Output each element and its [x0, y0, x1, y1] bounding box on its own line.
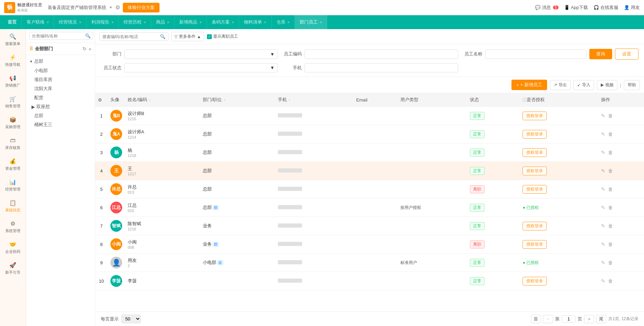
search-button[interactable]: 查询: [589, 49, 612, 59]
tab-home[interactable]: 首页: [3, 15, 22, 29]
dept-sub-header-shuangzuo[interactable]: ▶ 双座想: [26, 102, 95, 111]
sidebar-item-collab[interactable]: 🤝 企业协同: [0, 237, 26, 258]
tab-journey[interactable]: 经营历程 ×: [119, 15, 151, 29]
first-page-btn[interactable]: 首: [531, 315, 541, 323]
sidebar-item-base[interactable]: 📋 基础信息: [0, 195, 26, 216]
edit-icon[interactable]: ✎: [601, 113, 605, 118]
dept-select[interactable]: ▼: [124, 50, 278, 59]
edit-icon[interactable]: ✎: [601, 168, 605, 174]
import-button[interactable]: ↙ 导入: [573, 80, 594, 90]
emp-code-input[interactable]: [305, 50, 458, 59]
tab-employees[interactable]: 部门员工 ×: [295, 15, 327, 29]
dept-sub-header-zongbu2[interactable]: 总部: [26, 111, 95, 120]
tab-close-customer[interactable]: ×: [47, 20, 49, 24]
status-select[interactable]: ▼: [124, 63, 278, 72]
view-button[interactable]: ▶ 视频: [597, 80, 617, 90]
dept-sub-header-tongshu[interactable]: 桶树王三: [26, 120, 95, 129]
add-employee-button[interactable]: + + 新增员工: [511, 80, 547, 90]
sidebar-item-sales[interactable]: 🛒 销售管理: [0, 91, 26, 112]
system-dropdown-arrow[interactable]: ▼: [109, 6, 112, 9]
dept-search-icon[interactable]: 🔍: [85, 33, 91, 38]
auth-login-button[interactable]: 授权登录: [523, 112, 547, 120]
set-button[interactable]: 设置: [615, 49, 638, 60]
edit-icon[interactable]: ✎: [601, 150, 605, 155]
auth-question-icon[interactable]: ⓘ: [523, 97, 527, 102]
auth-login-button[interactable]: 授权登录: [523, 130, 547, 139]
auth-login-button[interactable]: 授权登录: [523, 148, 547, 157]
dept-group-header-zongbu[interactable]: ▼ 总部: [26, 56, 95, 66]
delete-icon[interactable]: 🗑: [608, 223, 613, 229]
dept-refresh-icon[interactable]: ↻: [82, 46, 87, 52]
page-number-input[interactable]: [562, 315, 575, 323]
show-leave-wrap[interactable]: ✓ 显示离职员工: [207, 34, 238, 39]
col-dept[interactable]: 部门/职位 ↕: [200, 93, 275, 107]
auth-login-button[interactable]: 授权登录: [523, 222, 547, 230]
dept-child-shenyang[interactable]: 沈阳大库: [26, 84, 95, 93]
edit-icon[interactable]: ✎: [601, 278, 605, 284]
sidebar-item-search[interactable]: 🔍 搜索菜单: [0, 29, 26, 50]
employee-search-input[interactable]: [102, 34, 158, 39]
auth-login-button[interactable]: 授权登录: [523, 240, 547, 249]
edit-icon[interactable]: ✎: [601, 260, 605, 265]
delete-icon[interactable]: 🗑: [608, 260, 613, 265]
col-name[interactable]: 姓名/编码 ↕: [125, 93, 200, 107]
tab-close-barcode[interactable]: ×: [232, 20, 234, 24]
dept-search-input[interactable]: [32, 34, 84, 38]
service-action[interactable]: 🎧 在线客服: [593, 5, 618, 11]
col-phone[interactable]: 手机 ↕: [275, 93, 354, 107]
tab-close-operation[interactable]: ×: [79, 20, 81, 24]
emp-name-input[interactable]: [485, 50, 587, 59]
edit-icon[interactable]: ✎: [601, 241, 605, 247]
tab-profit[interactable]: 利润报告 ×: [87, 15, 119, 29]
delete-icon[interactable]: 🗑: [608, 131, 613, 137]
sidebar-item-system[interactable]: ⚙ 系统管理: [0, 216, 26, 237]
sidebar-item-operation[interactable]: 📊 经营管理: [0, 175, 26, 195]
edit-icon[interactable]: ✎: [601, 223, 605, 229]
auth-login-button[interactable]: 授权登录: [523, 167, 547, 175]
dept-child-peihuo[interactable]: 配货: [26, 93, 95, 102]
auth-login-button[interactable]: 授权登录: [523, 185, 547, 194]
gear-button[interactable]: ⚙: [115, 4, 120, 11]
message-action[interactable]: 💬 消息 5: [535, 5, 559, 11]
sidebar-item-marketing[interactable]: 📢 营销推广: [0, 71, 26, 91]
tab-operation[interactable]: 经营情况 ×: [54, 15, 86, 29]
tab-close-journey[interactable]: ×: [144, 20, 146, 24]
delete-icon[interactable]: 🗑: [608, 168, 613, 174]
tab-close-bom[interactable]: ×: [264, 20, 266, 24]
sidebar-item-finance[interactable]: 💰 资金管理: [0, 154, 26, 175]
help-button[interactable]: 帮助: [624, 80, 640, 90]
phone-input[interactable]: [305, 63, 458, 72]
filter-more-btn[interactable]: ▽ 更多条件 ▲: [171, 32, 204, 41]
tab-close-profit[interactable]: ×: [111, 20, 114, 24]
tab-close-employees[interactable]: ×: [320, 20, 322, 24]
sidebar-item-quick[interactable]: ⚡ 快捷导航: [0, 50, 26, 71]
tab-close-goods[interactable]: ×: [167, 20, 169, 24]
col-settings[interactable]: ⚙: [95, 93, 108, 107]
tab-add-goods[interactable]: 新增商品 ×: [174, 15, 207, 29]
edit-icon[interactable]: ✎: [601, 186, 605, 192]
sidebar-item-guide[interactable]: 🚀 新手引导: [0, 258, 26, 279]
dept-child-xiangmu[interactable]: 项目库房: [26, 75, 95, 84]
export-button[interactable]: ↗ 导出: [550, 80, 571, 90]
last-page-btn[interactable]: 尾: [596, 315, 606, 323]
user-action[interactable]: 👤 用友: [624, 5, 640, 11]
tab-barcode[interactable]: 条码方案 ×: [207, 15, 239, 29]
delete-icon[interactable]: 🗑: [608, 278, 613, 284]
tab-warehouse[interactable]: 仓库 ×: [272, 15, 295, 29]
prev-page-btn[interactable]: ＜: [543, 315, 553, 323]
delete-icon[interactable]: 🗑: [608, 186, 613, 192]
dept-collapse-icon[interactable]: «: [89, 46, 91, 52]
show-leave-checkbox[interactable]: ✓: [207, 34, 212, 39]
delete-icon[interactable]: 🗑: [608, 241, 613, 247]
delete-icon[interactable]: 🗑: [608, 150, 613, 155]
dept-child-xiaodian[interactable]: 小电部: [26, 66, 95, 75]
trial-button[interactable]: 体验行业方案: [123, 3, 160, 12]
next-page-btn[interactable]: ＞: [584, 315, 594, 323]
edit-icon[interactable]: ✎: [601, 205, 605, 210]
sidebar-item-purchase[interactable]: 📦 采购管理: [0, 112, 26, 133]
sidebar-item-inventory[interactable]: 🗃 库存核算: [0, 133, 26, 154]
delete-icon[interactable]: 🗑: [608, 113, 613, 118]
tab-customer[interactable]: 客户联络 ×: [22, 15, 54, 29]
edit-icon[interactable]: ✎: [601, 131, 605, 137]
delete-icon[interactable]: 🗑: [608, 205, 613, 210]
